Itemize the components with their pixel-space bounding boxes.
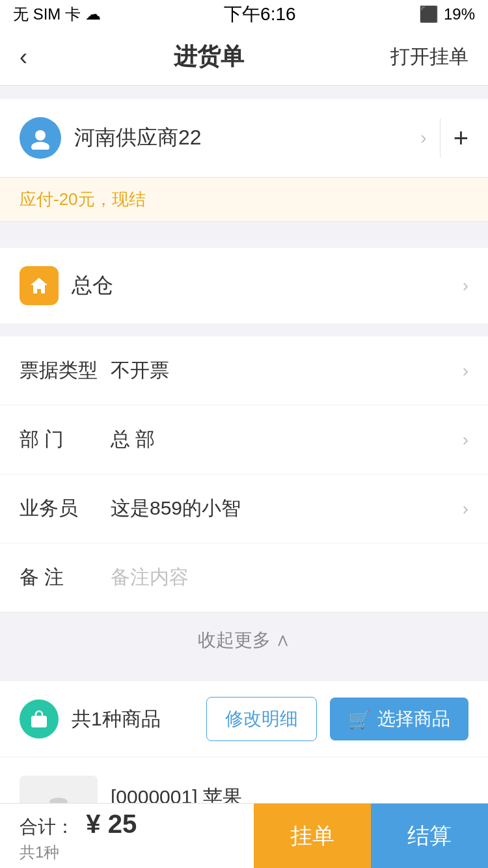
- gap-1: [0, 86, 488, 99]
- warehouse-chevron-icon: ›: [463, 275, 468, 296]
- supplier-name: 河南供应商22: [74, 124, 420, 152]
- supplier-card: 河南供应商22 › + 应付-20元，现结: [0, 99, 488, 222]
- status-bar: 无 SIM 卡 ☁ 下午6:16 ⬛ 19%: [0, 0, 488, 29]
- department-label: 部 门: [20, 426, 98, 453]
- products-count: 共1种商品: [72, 706, 193, 733]
- salesperson-row[interactable]: 业务员 这是859的小智 ›: [0, 474, 488, 543]
- ticket-type-chevron-icon: ›: [463, 360, 468, 381]
- ticket-type-label: 票据类型: [20, 357, 98, 384]
- department-row[interactable]: 部 门 总 部 ›: [0, 405, 488, 474]
- total-line: 合计： ¥ 25: [20, 809, 234, 839]
- checkout-button[interactable]: 结算: [371, 804, 488, 869]
- supplier-row[interactable]: 河南供应商22 › +: [0, 99, 488, 177]
- home-icon: [28, 275, 50, 297]
- open-pending-button[interactable]: 打开挂单: [390, 44, 468, 70]
- supplier-avatar: [20, 117, 61, 159]
- supplier-chevron-icon: ›: [420, 128, 426, 148]
- bag-icon: [28, 708, 50, 730]
- gap-2: [0, 222, 488, 235]
- total-label: 合计：: [20, 817, 74, 837]
- collapse-button[interactable]: 收起更多 ∧: [0, 612, 488, 668]
- add-supplier-button[interactable]: +: [454, 124, 468, 153]
- svg-rect-2: [31, 716, 47, 727]
- salesperson-chevron-icon: ›: [463, 498, 468, 519]
- gap-4: [0, 668, 488, 681]
- sim-status: 无 SIM 卡 ☁: [13, 4, 101, 25]
- products-header: 共1种商品 修改明细 🛒 选择商品: [0, 681, 488, 757]
- total-count: 共1种: [20, 842, 234, 863]
- back-button[interactable]: ‹: [20, 44, 27, 71]
- payment-notice: 应付-20元，现结: [0, 177, 488, 222]
- department-value: 总 部: [111, 426, 463, 453]
- select-product-label: 选择商品: [377, 707, 450, 731]
- svg-point-0: [35, 130, 46, 141]
- gap-3: [0, 323, 488, 336]
- nav-bar: ‹ 进货单 打开挂单: [0, 29, 488, 86]
- warehouse-card[interactable]: 总仓 ›: [0, 248, 488, 323]
- remark-input[interactable]: 备注内容: [111, 564, 468, 591]
- status-left: 无 SIM 卡 ☁: [13, 4, 101, 25]
- total-section: 合计： ¥ 25 共1种: [0, 809, 254, 863]
- battery-percent: 19%: [444, 5, 475, 23]
- salesperson-label: 业务员: [20, 495, 98, 522]
- select-product-icon: 🛒: [348, 709, 371, 730]
- warehouse-row[interactable]: 总仓 ›: [0, 248, 488, 323]
- ticket-type-value: 不开票: [111, 357, 463, 384]
- remark-label: 备 注: [20, 564, 98, 591]
- warehouse-name: 总仓: [72, 271, 463, 300]
- page-title: 进货单: [174, 41, 244, 73]
- person-icon: [29, 126, 52, 150]
- svg-point-1: [31, 142, 49, 150]
- department-chevron-icon: ›: [463, 429, 468, 450]
- select-product-button[interactable]: 🛒 选择商品: [330, 698, 468, 740]
- form-card: 票据类型 不开票 › 部 门 总 部 › 业务员 这是859的小智 › 备 注 …: [0, 336, 488, 612]
- edit-details-button[interactable]: 修改明细: [206, 697, 317, 741]
- salesperson-value: 这是859的小智: [111, 495, 463, 522]
- warehouse-icon: [20, 266, 59, 305]
- ticket-type-row[interactable]: 票据类型 不开票 ›: [0, 336, 488, 405]
- products-icon: [20, 699, 59, 739]
- battery-icon: ⬛: [419, 5, 439, 23]
- total-amount: ¥ 25: [86, 809, 137, 838]
- supplier-divider: [440, 118, 441, 157]
- status-right: ⬛ 19%: [419, 5, 475, 23]
- bottom-bar: 合计： ¥ 25 共1种 挂单 结算: [0, 803, 488, 868]
- remark-row[interactable]: 备 注 备注内容: [0, 543, 488, 612]
- status-time: 下午6:16: [224, 2, 296, 27]
- hang-order-button[interactable]: 挂单: [254, 804, 371, 869]
